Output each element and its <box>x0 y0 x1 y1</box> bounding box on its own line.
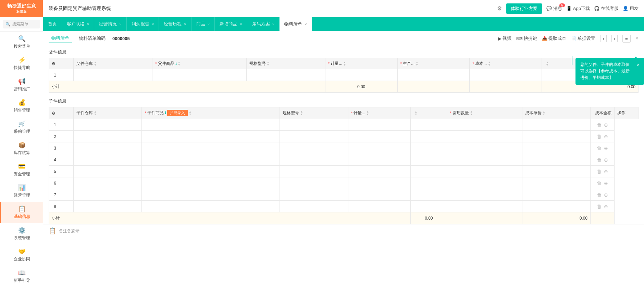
nav-tab-7[interactable]: 条码方案× <box>247 17 280 31</box>
sidebar-item-funds[interactable]: 💳资金管理 <box>0 159 43 180</box>
child-row-5-unit-cost[interactable] <box>447 166 522 177</box>
child-row-6-delete-btn[interactable]: 🗑 <box>597 180 602 186</box>
sidebar-item-marketing[interactable]: 📢营销推广 <box>0 74 43 95</box>
child-row-3-extra[interactable] <box>348 142 411 154</box>
child-row-5-qty[interactable] <box>411 166 447 177</box>
sort-warehouse[interactable]: ▲▼ <box>94 61 97 67</box>
child-row-4-unit[interactable] <box>280 154 348 166</box>
child-row-5-delete-btn[interactable]: 🗑 <box>597 169 602 174</box>
child-row-1-copy-btn[interactable]: ⊕ <box>604 122 608 128</box>
child-row-7-unit-cost[interactable] <box>447 189 522 201</box>
nav-tab-4[interactable]: 经营历程× <box>159 17 191 31</box>
child-row-1-delete-btn[interactable]: 🗑 <box>597 122 602 128</box>
child-row-6-unit[interactable] <box>280 177 348 189</box>
child-row-6-goods[interactable] <box>74 177 142 189</box>
child-row-2-copy-btn[interactable]: ⊕ <box>604 134 608 139</box>
child-row-4-unit-cost[interactable] <box>447 154 522 166</box>
parent-row-1-cost[interactable] <box>397 69 470 81</box>
child-row-7-spec[interactable] <box>142 189 280 201</box>
child-row-7-delete-btn[interactable]: 🗑 <box>597 192 602 198</box>
child-row-6-spec[interactable] <box>142 177 280 189</box>
sub-tab-code[interactable]: 物料清单编码 <box>76 34 108 43</box>
nav-tab-3[interactable]: 利润报告× <box>127 17 159 31</box>
nav-prev-btn[interactable]: ‹ <box>600 35 606 42</box>
action-video[interactable]: ▶ 视频 <box>498 35 511 42</box>
child-row-3-spec[interactable] <box>142 142 280 154</box>
parent-row-1-spec[interactable] <box>152 69 247 81</box>
sidebar-item-basic[interactable]: 📋基础信息 <box>0 202 43 223</box>
action-cost[interactable]: 📥 提取成本 <box>542 35 566 42</box>
parent-row-1-unit[interactable] <box>246 69 325 81</box>
user-btn[interactable]: 👤 用友 <box>623 5 639 12</box>
child-row-5-spec[interactable] <box>142 166 280 177</box>
child-row-2-delete-btn[interactable]: 🗑 <box>597 134 602 139</box>
sidebar-item-guide[interactable]: 📖新手引导 <box>0 266 43 287</box>
child-row-3-unit-cost[interactable] <box>447 142 522 154</box>
child-row-7-extra[interactable] <box>348 189 411 201</box>
child-row-2-unit[interactable] <box>280 131 348 142</box>
message-btn[interactable]: 💬 消息 6 <box>546 5 562 12</box>
child-row-2-extra[interactable] <box>348 131 411 142</box>
nav-tab-2[interactable]: 经营情况× <box>94 17 126 31</box>
child-row-3-unit[interactable] <box>280 142 348 154</box>
nav-tab-close-2[interactable]: × <box>119 22 121 26</box>
settings-icon[interactable]: ⚙ <box>497 5 502 12</box>
child-row-7-copy-btn[interactable]: ⊕ <box>604 192 608 198</box>
sort-unit[interactable]: ▲▼ <box>343 61 346 67</box>
child-row-8-goods[interactable] <box>74 201 142 212</box>
child-row-7-unit[interactable] <box>280 189 348 201</box>
child-row-1-unit[interactable] <box>280 119 348 131</box>
parent-row-1-warehouse[interactable] <box>61 69 74 81</box>
child-row-2-spec[interactable] <box>142 131 280 142</box>
nav-tab-close-3[interactable]: × <box>152 22 154 26</box>
child-row-8-unit-cost[interactable] <box>447 201 522 212</box>
sort-goods[interactable]: ▲▼ <box>178 61 181 67</box>
action-shortcut[interactable]: ⌨ 快捷键 <box>516 35 537 42</box>
sidebar-item-search[interactable]: 🔍搜索菜单 <box>0 32 43 53</box>
nav-tab-6[interactable]: 新增商品× <box>215 17 247 31</box>
child-row-8-qty[interactable] <box>411 201 447 212</box>
sidebar-item-system[interactable]: ⚙️系统管理 <box>0 223 43 244</box>
child-row-6-qty[interactable] <box>411 177 447 189</box>
child-row-1-warehouse[interactable] <box>61 119 74 131</box>
child-row-4-warehouse[interactable] <box>61 154 74 166</box>
sidebar-item-inventory[interactable]: 📦库存核算 <box>0 138 43 159</box>
sidebar-item-cooperation[interactable]: 🤝企业协同 <box>0 244 43 266</box>
sort-spec[interactable]: ▲▼ <box>267 61 270 67</box>
parent-row-1-extra[interactable] <box>470 69 542 81</box>
child-row-8-delete-btn[interactable]: 🗑 <box>597 204 602 209</box>
child-row-4-copy-btn[interactable]: ⊕ <box>604 157 608 163</box>
child-row-6-warehouse[interactable] <box>61 177 74 189</box>
action-settings[interactable]: 📄 单据设置 <box>571 35 595 42</box>
child-row-5-goods[interactable] <box>74 166 142 177</box>
child-row-5-unit[interactable] <box>280 166 348 177</box>
close-panel-btn[interactable]: × <box>635 35 639 42</box>
nav-tab-0[interactable]: 首页 <box>43 17 62 31</box>
child-row-4-delete-btn[interactable]: 🗑 <box>597 157 602 163</box>
child-row-8-unit[interactable] <box>280 201 348 212</box>
child-row-8-warehouse[interactable] <box>61 201 74 212</box>
bottom-icon[interactable]: 📋 <box>49 227 56 235</box>
sort-produce[interactable]: ▲▼ <box>416 61 418 67</box>
child-row-2-goods[interactable] <box>74 131 142 142</box>
child-row-6-unit-cost[interactable] <box>447 177 522 189</box>
tooltip-close-btn[interactable]: × <box>636 61 639 69</box>
child-col-settings[interactable]: ⚙ <box>49 107 61 119</box>
child-row-1-unit-cost[interactable] <box>447 119 522 131</box>
child-row-4-qty[interactable] <box>411 154 447 166</box>
child-row-8-copy-btn[interactable]: ⊕ <box>604 204 608 209</box>
sidebar-item-operations[interactable]: 📊经营管理 <box>0 180 43 202</box>
child-row-5-copy-btn[interactable]: ⊕ <box>604 169 608 174</box>
nav-tab-8[interactable]: 物料清单× <box>280 17 312 31</box>
app-download-btn[interactable]: 📱 App下载 <box>566 5 590 12</box>
sidebar-item-sales[interactable]: 💰销售管理 <box>0 95 43 117</box>
parent-row-1-produce[interactable] <box>325 69 397 81</box>
nav-tab-close-1[interactable]: × <box>87 22 89 26</box>
child-row-8-spec[interactable] <box>142 201 280 212</box>
child-row-4-extra[interactable] <box>348 154 411 166</box>
child-row-5-warehouse[interactable] <box>61 166 74 177</box>
child-row-4-goods[interactable] <box>74 154 142 166</box>
experience-btn[interactable]: 体验行业方案 <box>506 3 542 14</box>
child-row-1-extra[interactable] <box>348 119 411 131</box>
child-row-1-qty[interactable] <box>411 119 447 131</box>
